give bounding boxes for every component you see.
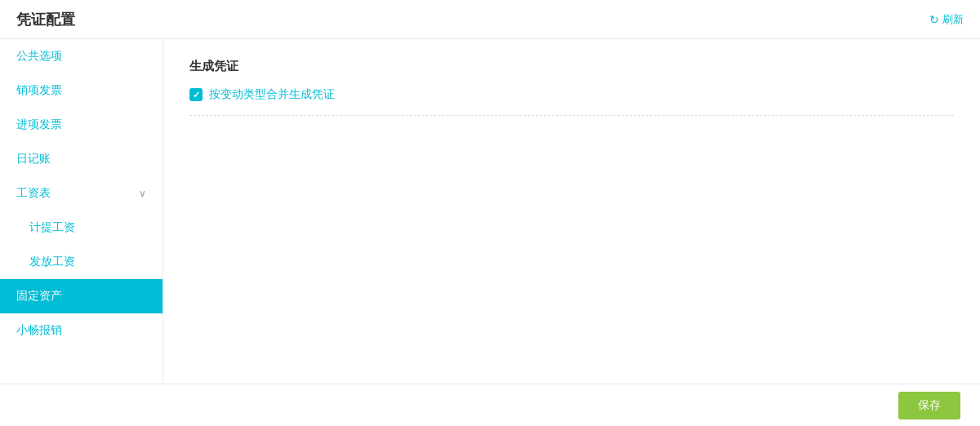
merge-checkbox[interactable]: ✓ bbox=[189, 88, 203, 101]
sidebar-item-label: 小畅报销 bbox=[16, 323, 62, 338]
chevron-down-icon: ∨ bbox=[139, 188, 146, 199]
save-button[interactable]: 保存 bbox=[898, 392, 960, 419]
checkbox-label[interactable]: 按变动类型合并生成凭证 bbox=[209, 87, 335, 102]
checkbox-row: ✓ 按变动类型合并生成凭证 bbox=[189, 87, 954, 102]
sidebar-item-label: 计提工资 bbox=[29, 220, 75, 235]
body-wrapper: 公共选项销项发票进项发票日记账工资表∨计提工资发放工资固定资产小畅报销 生成凭证… bbox=[0, 39, 980, 384]
sidebar-item-pay-salary[interactable]: 发放工资 bbox=[0, 245, 163, 279]
main-content: 生成凭证 ✓ 按变动类型合并生成凭证 bbox=[163, 39, 980, 384]
sidebar-item-label: 销项发票 bbox=[16, 83, 62, 98]
sidebar-item-purchase-invoice[interactable]: 进项发票 bbox=[0, 108, 163, 142]
refresh-button[interactable]: ↻ 刷新 bbox=[929, 12, 964, 27]
sidebar-item-label: 进项发票 bbox=[16, 118, 62, 132]
refresh-label: 刷新 bbox=[942, 12, 964, 27]
footer: 保存 bbox=[0, 384, 980, 426]
sidebar-item-journal[interactable]: 日记账 bbox=[0, 142, 163, 176]
sidebar-item-petty-expense[interactable]: 小畅报销 bbox=[0, 313, 163, 348]
sidebar-item-label: 日记账 bbox=[16, 152, 51, 166]
check-icon: ✓ bbox=[193, 91, 200, 100]
header: 凭证配置 ↻ 刷新 bbox=[0, 0, 980, 39]
sidebar-item-label: 工资表 bbox=[16, 186, 51, 201]
refresh-icon: ↻ bbox=[929, 13, 939, 26]
sidebar-item-label: 发放工资 bbox=[29, 255, 75, 269]
sidebar-item-public-options[interactable]: 公共选项 bbox=[0, 39, 163, 73]
sidebar-item-label: 固定资产 bbox=[16, 289, 62, 304]
page-wrapper: 凭证配置 ↻ 刷新 公共选项销项发票进项发票日记账工资表∨计提工资发放工资固定资… bbox=[0, 0, 980, 426]
sidebar-item-label: 公共选项 bbox=[16, 49, 62, 64]
page-title: 凭证配置 bbox=[16, 10, 75, 29]
divider bbox=[189, 115, 954, 116]
sidebar: 公共选项销项发票进项发票日记账工资表∨计提工资发放工资固定资产小畅报销 bbox=[0, 39, 163, 384]
section-title: 生成凭证 bbox=[189, 59, 954, 74]
sidebar-item-fixed-assets[interactable]: 固定资产 bbox=[0, 279, 163, 313]
sidebar-item-payroll[interactable]: 工资表∨ bbox=[0, 176, 163, 211]
sidebar-item-calc-salary[interactable]: 计提工资 bbox=[0, 211, 163, 245]
sidebar-item-sales-invoice[interactable]: 销项发票 bbox=[0, 73, 163, 108]
